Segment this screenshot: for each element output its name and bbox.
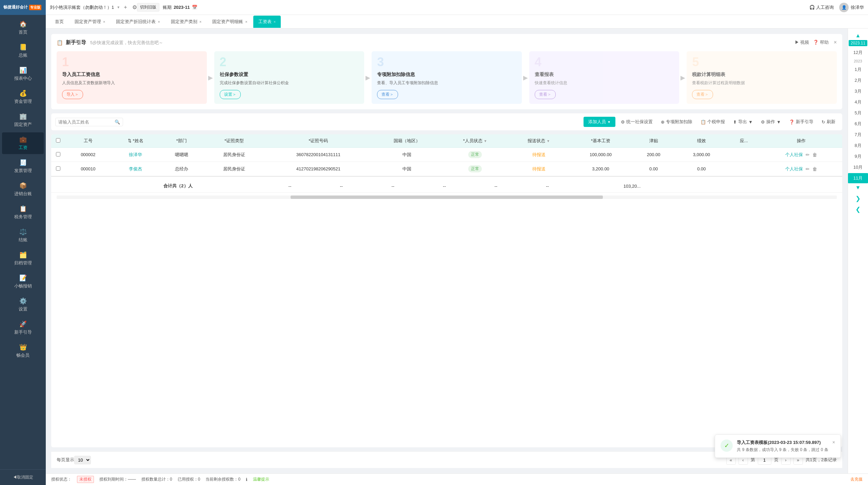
row1-social-link[interactable]: 个人社保 [785, 152, 803, 158]
calendar-icon[interactable]: 📅 [192, 5, 197, 10]
cal-month-10[interactable]: 10月 [848, 162, 868, 172]
deduction-button[interactable]: ⊕ 专项附加扣除 [658, 117, 695, 126]
add-icon[interactable]: ＋ [123, 4, 128, 11]
sidebar-item-funds[interactable]: 💰 资金管理 [2, 86, 44, 108]
sidebar-item-settle[interactable]: ⚖️ 结账 [2, 225, 44, 246]
cal-month-9[interactable]: 9月 [848, 151, 868, 162]
tab-fixed-detail-close[interactable]: × [245, 20, 247, 24]
tab-fixed-assets[interactable]: 固定资产管理 × [70, 16, 110, 28]
tab-fixed-detail[interactable]: 固定资产明细账 × [207, 16, 252, 28]
sidebar-item-in-out[interactable]: 📦 进销台账 [2, 179, 44, 200]
cal-month-2[interactable]: 2月 [848, 75, 868, 86]
row2-name-link[interactable]: 李俊杰 [129, 166, 142, 171]
tab-salary-close[interactable]: × [274, 20, 276, 24]
sidebar-item-invoice[interactable]: 🧾 发票管理 [2, 155, 44, 177]
cal-month-3[interactable]: 3月 [848, 86, 868, 96]
tab-salary[interactable]: 工资表 × [253, 16, 281, 28]
step-1-button[interactable]: 导入＞ [62, 90, 83, 99]
switch-version-button[interactable]: 切到旧版 [137, 3, 159, 12]
cal-month-5[interactable]: 5月 [848, 108, 868, 118]
tab-depreciation-close[interactable]: × [158, 20, 160, 24]
tab-fixed-category-close[interactable]: × [199, 20, 201, 24]
scroll-thumb[interactable] [291, 195, 603, 199]
row1-checkbox-cell[interactable] [51, 148, 65, 162]
recharge-button[interactable]: 去充值 [850, 477, 863, 482]
cal-month-8[interactable]: 8月 [848, 141, 868, 151]
select-all-checkbox[interactable] [56, 138, 60, 143]
cal-month-4[interactable]: 4月 [848, 97, 868, 107]
sidebar-item-settings[interactable]: ⚙️ 设置 [2, 294, 44, 316]
send-filter-icon[interactable]: ▼ [547, 139, 550, 143]
account-info[interactable]: 刘小艳演示账套（勿删勿动！）1 ▼ [50, 4, 120, 11]
row1-edit-icon[interactable]: ✏ [806, 152, 810, 157]
cal-month-1[interactable]: 1月 [848, 64, 868, 75]
refresh-button[interactable]: ↻ 刷新 [819, 117, 838, 126]
help-link[interactable]: ❓ 帮助 [813, 39, 829, 45]
sidebar-item-reports[interactable]: 📊 报表中心 [2, 63, 44, 85]
ai-service-button[interactable]: 🎧 人工咨询 [809, 4, 834, 11]
new-guide-button[interactable]: ❓ 新手引导 [786, 117, 816, 126]
sidebar-item-home[interactable]: 🏠 首页 [2, 17, 44, 39]
cal-month-12[interactable]: 12月 [848, 48, 868, 58]
row1-name-link[interactable]: 徐泽华 [129, 152, 142, 157]
col-send-status[interactable]: 报送状态 ▼ [508, 134, 570, 148]
row2-checkbox[interactable] [56, 166, 60, 171]
per-page-select[interactable]: 10 20 50 [74, 456, 91, 464]
sidebar-item-fixed-assets[interactable]: 🏢 固定资产 [2, 109, 44, 131]
col-status[interactable]: *人员状态 ▼ [442, 134, 508, 148]
row1-name[interactable]: 徐泽华 [112, 148, 160, 162]
step-2-button[interactable]: 设置＞ [220, 90, 241, 99]
row2-checkbox-cell[interactable] [51, 162, 65, 176]
add-person-button[interactable]: 添加人员 ▼ [584, 117, 615, 127]
status-filter-icon[interactable]: ▼ [484, 139, 487, 143]
calendar-up-button[interactable]: ▲ [854, 31, 862, 40]
row1-delete-icon[interactable]: 🗑 [812, 152, 817, 157]
chevron-left-icon[interactable]: ❮ [855, 206, 861, 213]
col-name[interactable]: ⇅ *姓名 [112, 134, 160, 148]
cal-month-6[interactable]: 6月 [848, 119, 868, 129]
scroll-bar[interactable] [57, 195, 837, 199]
row2-social-link[interactable]: 个人社保 [785, 166, 803, 172]
sidebar-item-tax[interactable]: 📋 税务管理 [2, 202, 44, 223]
summary-idtype-cell: -- [316, 180, 367, 193]
summary-total-cell: 合计共（2）人 [92, 180, 264, 193]
step-5-number: 5 [692, 56, 831, 68]
row2-name[interactable]: 李俊杰 [112, 162, 160, 176]
tax-report-button[interactable]: 📋 个税申报 [698, 117, 728, 126]
toast-close-button[interactable]: × [832, 440, 835, 445]
search-icon[interactable]: 🔍 [115, 119, 120, 125]
settings-icon[interactable]: ⚙ [132, 4, 137, 11]
step-3-button[interactable]: 查看＞ [377, 90, 398, 99]
tab-home[interactable]: 首页 [50, 16, 69, 28]
col-dept: *部门 [160, 134, 203, 148]
cal-month-7[interactable]: 7月 [848, 130, 868, 140]
tab-fixed-category[interactable]: 固定资产类别 × [166, 16, 206, 28]
row2-delete-icon[interactable]: 🗑 [812, 166, 817, 172]
operations-button[interactable]: ⚙ 操作 ▼ [758, 117, 784, 126]
cal-month-11[interactable]: 11月 [848, 173, 868, 183]
select-all-header[interactable] [51, 134, 65, 148]
sidebar-item-expense[interactable]: 📝 小畅报销 [2, 271, 44, 293]
cancel-fixed-button[interactable]: ◀取消固定 [3, 472, 43, 482]
sidebar-item-ledger[interactable]: 📒 总账 [2, 40, 44, 62]
social-insurance-button[interactable]: ⚙ 统一社保设置 [618, 117, 655, 126]
calendar-down-button[interactable]: ▼ [854, 183, 862, 192]
sidebar-item-member[interactable]: 👑 畅会员 [2, 340, 44, 362]
tab-fixed-assets-close[interactable]: × [103, 20, 105, 24]
row1-checkbox[interactable] [56, 152, 60, 156]
tab-salary-label: 工资表 [258, 19, 272, 25]
guide-close-button[interactable]: × [834, 39, 837, 45]
tab-depreciation[interactable]: 固定资产折旧统计表 × [111, 16, 165, 28]
chevron-right-icon[interactable]: ❯ [855, 195, 861, 202]
row2-edit-icon[interactable]: ✏ [806, 166, 810, 172]
export-button[interactable]: ⬆ 导出 ▼ [730, 117, 755, 126]
step-4-button[interactable]: 查看＞ [535, 90, 556, 99]
sidebar-item-salary[interactable]: 💼 工资 [2, 132, 44, 154]
account-dropdown-icon[interactable]: ▼ [117, 5, 120, 9]
search-input[interactable] [58, 119, 113, 125]
video-link[interactable]: ▶ 视频 [795, 39, 809, 45]
sidebar-item-guide[interactable]: 🚀 新手引导 [2, 317, 44, 339]
user-info[interactable]: 👤 徐泽华 [839, 3, 864, 12]
step-5-button[interactable]: 查看＞ [692, 90, 713, 99]
sidebar-item-archive[interactable]: 🗂️ 归档管理 [2, 248, 44, 269]
